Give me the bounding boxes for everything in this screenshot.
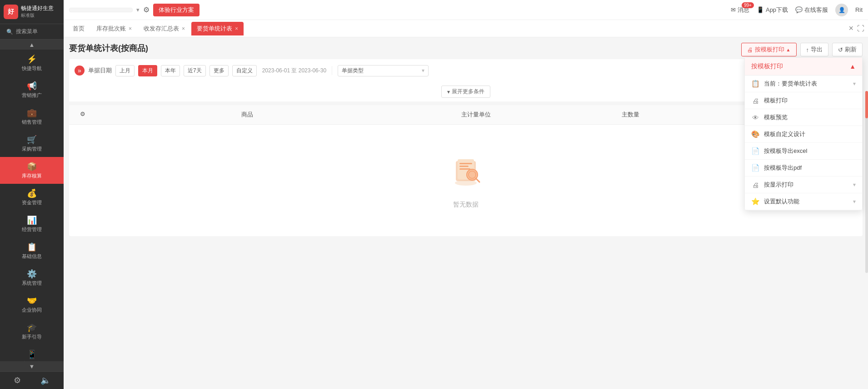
date-btn-this-month[interactable]: 本月 — [138, 65, 157, 76]
refresh-icon: ↺ — [838, 46, 843, 53]
sales-icon: 💼 — [27, 108, 37, 118]
set-default-left: ⭐ 设置默认功能 — [751, 197, 799, 206]
topbar-search-box[interactable] — [69, 8, 133, 12]
topbar-app-download[interactable]: 📱 App下载 — [757, 6, 788, 14]
export-icon: ↑ — [806, 46, 809, 53]
topbar: ▾ ⚙ 体验行业方案 ✉ 消息 99+ 📱 App下载 💬 在线客服 👤 Rit — [64, 0, 868, 20]
dropdown-current[interactable]: 📋 当前：要货单统计表 ▾ — [745, 76, 862, 92]
template-preview-icon: 👁 — [751, 114, 759, 121]
right-scrollbar[interactable] — [865, 91, 868, 273]
print-template-btn[interactable]: 🖨 按模板打印 ▲ — [741, 43, 797, 56]
current-arrow-icon: ▾ — [853, 81, 856, 87]
sidebar-item-inventory[interactable]: 📦 库存核算 — [0, 157, 64, 184]
sidebar-nav: ⚡ 快捷导航 📢 营销推广 💼 销售管理 🛒 采购管理 📦 库存核算 💰 资金管… — [0, 50, 64, 361]
system-icon: ⚙️ — [27, 269, 37, 279]
topbar-dropdown-arrow[interactable]: ▾ — [136, 6, 140, 13]
sidebar-item-system[interactable]: ⚙️ 系统管理 — [0, 264, 64, 291]
sidebar-item-app-center[interactable]: 📱 应用中心 — [0, 345, 64, 361]
service-icon: 💬 — [795, 6, 803, 13]
type-selector[interactable]: 单据类型 ▾ — [338, 65, 429, 76]
dropdown-template-excel[interactable]: 📄 按模板导出excel — [745, 143, 862, 160]
refresh-btn[interactable]: ↺ 刷新 — [832, 43, 863, 56]
dropdown-set-default[interactable]: ⭐ 设置默认功能 ▾ — [745, 193, 862, 210]
settings-bottom-icon[interactable]: ⚙ — [14, 375, 21, 385]
topbar-gear-icon[interactable]: ⚙ — [143, 5, 150, 14]
sidebar-item-finance[interactable]: 💰 资金管理 — [0, 184, 64, 211]
col-quantity: 主数量 — [553, 109, 708, 121]
dropdown-template-preview[interactable]: 👁 模板预览 — [745, 109, 862, 126]
app-center-icon: 📱 — [27, 349, 37, 359]
display-print-left: 🖨 按显示打印 — [751, 181, 793, 189]
tabbar-fullscreen-btn[interactable]: ⛶ — [857, 25, 864, 33]
col-unit: 主计量单位 — [399, 109, 553, 121]
sidebar-item-purchase[interactable]: 🛒 采购管理 — [0, 130, 64, 157]
sidebar-item-quick-nav[interactable]: ⚡ 快捷导航 — [0, 50, 64, 76]
expand-more-btn[interactable]: ▾ 展开更多条件 — [441, 86, 490, 98]
sidebar-scroll-up[interactable]: ▲ — [0, 40, 64, 50]
template-excel-icon: 📄 — [751, 147, 759, 155]
filter-section: » 单据日期 上月 本月 本年 近7天 更多 自定义 2023-06-01 至 … — [69, 59, 863, 101]
topbar-msg[interactable]: ✉ 消息 99+ — [731, 6, 749, 14]
dropdown-template-pdf[interactable]: 📄 按模板导出pdf — [745, 160, 862, 177]
sidebar-item-operation[interactable]: 📊 经营管理 — [0, 211, 64, 237]
sidebar-scroll-down[interactable]: ▼ — [0, 361, 64, 371]
sidebar-item-newbie[interactable]: 🎓 新手引导 — [0, 318, 64, 345]
expand-more-row: ▾ 展开更多条件 — [69, 86, 863, 101]
action-bar: 🖨 按模板打印 ▲ ↑ 导出 ↺ 刷新 — [741, 43, 863, 56]
basic-icon: 📋 — [27, 242, 37, 252]
date-btn-last-month[interactable]: 上月 — [115, 65, 135, 76]
sidebar-logo: 好 畅捷通好生意 标准版 — [0, 0, 64, 24]
scrollbar-thumb — [865, 91, 868, 118]
operation-icon: 📊 — [27, 215, 37, 225]
export-btn[interactable]: ↑ 导出 — [800, 43, 829, 56]
filter-bar: » 单据日期 上月 本月 本年 近7天 更多 自定义 2023-06-01 至 … — [69, 59, 863, 82]
type-dropdown-arrow: ▾ — [422, 67, 424, 74]
sidebar: 好 畅捷通好生意 标准版 🔍 搜索菜单 ▲ ⚡ 快捷导航 📢 营销推广 💼 销售… — [0, 0, 64, 389]
msg-icon: ✉ — [731, 6, 736, 13]
volume-icon[interactable]: 🔈 — [40, 375, 50, 385]
empty-text: 暂无数据 — [453, 201, 479, 209]
inventory-icon: 📦 — [27, 162, 37, 172]
user-avatar[interactable]: 👤 — [835, 4, 848, 16]
display-print-icon: 🖨 — [751, 181, 759, 189]
print-dropdown-chevron[interactable]: ▲ — [849, 63, 856, 70]
sidebar-item-sales[interactable]: 💼 销售管理 — [0, 103, 64, 130]
sidebar-item-basic[interactable]: 📋 基础信息 — [0, 237, 64, 264]
date-btn-7days[interactable]: 近7天 — [184, 65, 206, 76]
tab-receipt-summary[interactable]: 收发存汇总表 × — [138, 22, 190, 35]
dropdown-template-design[interactable]: 🎨 模板自定义设计 — [745, 126, 862, 143]
filter-expand-btn[interactable]: » — [75, 66, 85, 76]
template-design-icon: 🎨 — [751, 130, 759, 138]
table-header: ⚙ 商品 主计量单位 主数量 零售金额 — [69, 105, 863, 125]
dropdown-template-print[interactable]: 🖨 模板打印 — [745, 92, 862, 109]
date-btn-custom[interactable]: 自定义 — [232, 65, 257, 76]
tab-close-receipt-summary[interactable]: × — [182, 25, 185, 32]
topbar-online-service[interactable]: 💬 在线客服 — [795, 6, 828, 14]
svg-rect-3 — [459, 163, 472, 164]
dropdown-display-print[interactable]: 🖨 按显示打印 ▾ — [745, 177, 862, 193]
date-btn-more[interactable]: 更多 — [210, 65, 229, 76]
tabbar-close-btn[interactable]: × — [848, 24, 853, 33]
printer-icon: 🖨 — [747, 46, 753, 53]
col-settings[interactable]: ⚙ — [69, 109, 96, 121]
tab-close-inventory-batch[interactable]: × — [129, 25, 132, 32]
sidebar-search[interactable]: 🔍 搜索菜单 — [0, 24, 64, 40]
date-btn-this-year[interactable]: 本年 — [161, 65, 180, 76]
set-default-arrow: ▾ — [853, 198, 856, 205]
sidebar-item-enterprise[interactable]: 🤝 企业协同 — [0, 291, 64, 318]
quick-nav-icon: ⚡ — [27, 54, 37, 64]
content-area: 要货单统计表(按商品) 🖨 按模板打印 ▲ ↑ 导出 ↺ 刷新 » 单据日期 上… — [64, 37, 868, 389]
print-dropdown-header: 按模板打印 ▲ — [745, 58, 862, 76]
filter-separator — [332, 66, 332, 75]
template-pdf-icon: 📄 — [751, 164, 759, 172]
tab-order-stats[interactable]: 要货单统计表 × — [191, 22, 244, 35]
industry-btn[interactable]: 体验行业方案 — [153, 4, 200, 16]
tab-home[interactable]: 首页 — [67, 22, 90, 35]
print-dropdown-arrow: ▲ — [786, 47, 791, 52]
svg-rect-4 — [459, 166, 469, 167]
current-icon: 📋 — [751, 80, 759, 88]
username-label[interactable]: Rit — [855, 6, 863, 13]
sidebar-item-marketing[interactable]: 📢 营销推广 — [0, 76, 64, 103]
tab-inventory-batch[interactable]: 库存批次账 × — [91, 22, 137, 35]
tab-close-order-stats[interactable]: × — [235, 25, 238, 32]
